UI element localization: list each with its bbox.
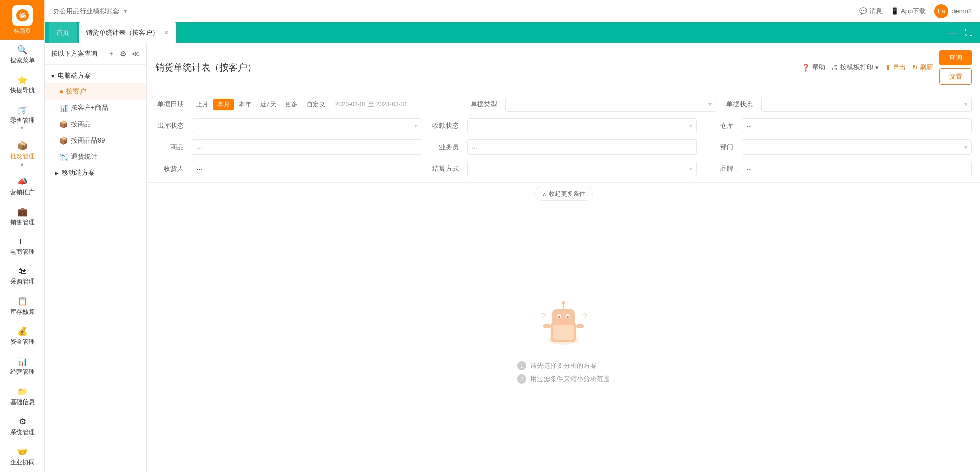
help-button[interactable]: ❓ 帮助 [802, 63, 825, 72]
recipient-label: 收货人 [155, 164, 184, 173]
sidebar-item-purchase[interactable]: 🛍 采购管理 [0, 262, 44, 291]
sidebar-item-basic[interactable]: 📁 基础信息 [0, 382, 44, 412]
out-status-field[interactable]: ▾ [192, 118, 422, 133]
app-download-button[interactable]: 📱 App下载 [891, 7, 926, 16]
sidebar-item-system[interactable]: ⚙ 系统管理 [0, 412, 44, 442]
user-menu[interactable]: Ea demo2 [934, 4, 972, 18]
scheme-edit-button[interactable]: ⚙ [119, 48, 128, 59]
print-button[interactable]: 🖨 按模板打印 ▾ [831, 63, 879, 72]
product-icon: 📦 [59, 120, 68, 128]
doc-status-field[interactable]: ▾ [761, 97, 972, 112]
export-button[interactable]: ⬆ 导出 [885, 63, 906, 72]
product-label: 商品 [155, 143, 184, 152]
settings-button[interactable]: 设置 [939, 68, 972, 85]
sidebar-item-ecommerce[interactable]: 🖥 电商管理 [0, 232, 44, 262]
sidebar-item-inventory[interactable]: 📋 库存核算 [0, 291, 44, 321]
sidebar-item-marketing[interactable]: 📣 营销推广 [0, 172, 44, 202]
payment-method-label: 结算方式 [430, 164, 459, 173]
date-tab-7days[interactable]: 近7天 [256, 99, 280, 110]
tab-sales-stat[interactable]: 销货单统计表（按客户） ✕ [79, 22, 176, 43]
chevron-down-icon[interactable]: ▾ [689, 165, 692, 172]
scheme-item-by-customer-product[interactable]: 📊 按客户+商品 [45, 100, 146, 116]
salesperson-field[interactable]: ··· [467, 139, 697, 155]
sidebar-item-enterprise[interactable]: 🤝 企业协同 [0, 442, 44, 472]
sidebar-item-retail[interactable]: 🛒 零售管理 ▾ [0, 100, 44, 136]
hint-text-1: 请先选择要分析的方案 [530, 361, 597, 370]
logo-icon: 畅 [12, 5, 33, 26]
top-header: 办公用品行业模拟账套 ▾ 💬 消息 📱 App下载 Ea demo2 [45, 0, 980, 22]
sidebar-item-finance[interactable]: 💰 资金管理 [0, 321, 44, 351]
collapse-button[interactable]: ∧ 收起更多条件 [534, 187, 593, 201]
sidebar-item-label: 批发管理 [10, 152, 35, 161]
scheme-item-refund-stat[interactable]: 📉 退货统计 [45, 149, 146, 165]
salesperson-label: 业务员 [430, 143, 459, 152]
date-tab-more[interactable]: 更多 [281, 99, 302, 110]
sidebar-item-quick-nav[interactable]: ⭐ 快捷导航 [0, 70, 44, 100]
refresh-button[interactable]: ↻ 刷新 [912, 63, 933, 72]
ecommerce-icon: 🖥 [18, 237, 27, 246]
chevron-down-icon[interactable]: ▾ [414, 122, 418, 129]
industry-dropdown-icon[interactable]: ▾ [124, 7, 127, 15]
svg-text:?: ? [583, 312, 587, 321]
receipt-status-field[interactable]: ▾ [467, 118, 697, 133]
product-field[interactable]: ··· [192, 139, 422, 155]
doc-type-field[interactable]: ▾ [505, 97, 716, 112]
window-minimize-icon[interactable]: — [945, 28, 960, 37]
date-tab-this-month[interactable]: 本月 [213, 99, 234, 110]
chevron-up-icon: ∧ [542, 191, 547, 198]
sidebar-item-operation[interactable]: 📊 经营管理 [0, 351, 44, 382]
date-tab-this-year[interactable]: 本年 [235, 99, 255, 110]
scheme-group-desktop-header[interactable]: ▾ 电脑端方案 [45, 68, 146, 83]
sidebar-item-label: 经营管理 [10, 368, 35, 376]
chevron-down-icon[interactable]: ▾ [689, 122, 692, 129]
brand-field[interactable]: ··· [742, 161, 972, 176]
recipient-field[interactable]: ··· [192, 161, 422, 176]
filter-row-3: 商品 ··· 业务员 ··· 部门 ▾ [155, 139, 972, 155]
chevron-down-icon[interactable]: ▾ [964, 101, 967, 108]
logo[interactable]: 畅 标题页 [0, 0, 44, 40]
sidebar-item-label: 库存核算 [10, 308, 35, 316]
payment-method-field[interactable]: ▾ [467, 161, 697, 176]
retail-icon: 🛒 [17, 105, 28, 115]
department-field[interactable]: ▾ [742, 139, 972, 155]
scheme-item-by-customer[interactable]: ● 按客户 [45, 83, 146, 100]
chevron-down-icon[interactable]: ▾ [964, 144, 967, 151]
warehouse-dots: ··· [746, 122, 967, 130]
scheme-item-by-product-99[interactable]: 📦 按商品品99 [45, 132, 146, 149]
warehouse-field[interactable]: ··· [742, 118, 972, 133]
chevron-right-icon: ▸ [55, 169, 59, 177]
sidebar-item-wholesale[interactable]: 📦 批发管理 ▴ [0, 136, 44, 172]
hint-num-2: 2 [517, 374, 526, 384]
svg-point-8 [558, 316, 560, 318]
sidebar-item-search[interactable]: 🔍 搜索菜单 [0, 40, 44, 70]
help-icon: ❓ [802, 64, 810, 72]
scheme-collapse-button[interactable]: ≪ [131, 48, 140, 59]
scheme-item-by-product[interactable]: 📦 按商品 [45, 116, 146, 132]
chevron-down-icon[interactable]: ▾ [708, 101, 712, 108]
quick-nav-icon: ⭐ [17, 75, 28, 85]
scheme-group-mobile-header[interactable]: ▸ 移动端方案 [45, 165, 146, 180]
sidebar-item-label: 企业协同 [10, 458, 35, 467]
marketing-icon: 📣 [17, 177, 28, 186]
message-button[interactable]: 💬 消息 [859, 7, 883, 16]
window-maximize-icon[interactable]: ⛶ [962, 28, 976, 37]
tab-home[interactable]: 首页 [49, 22, 77, 43]
scheme-add-button[interactable]: ＋ [107, 48, 116, 59]
date-tab-last-month[interactable]: 上月 [192, 99, 212, 110]
sidebar-item-sales[interactable]: 💼 销售管理 [0, 202, 44, 232]
svg-rect-5 [552, 309, 575, 325]
query-button[interactable]: 查询 [939, 50, 972, 65]
tab-close-icon[interactable]: ✕ [164, 29, 169, 36]
avatar: Ea [934, 4, 948, 18]
sales-icon: 💼 [17, 207, 28, 217]
date-tabs: 上月 本月 本年 近7天 更多 自定义 [192, 99, 329, 110]
receipt-status-label: 收款状态 [430, 121, 459, 130]
hint-text-2: 用过滤条件来缩小分析范围 [530, 374, 610, 384]
date-tab-custom[interactable]: 自定义 [303, 99, 329, 110]
empty-hint-1: 1 请先选择要分析的方案 [517, 361, 610, 370]
svg-text:?: ? [541, 312, 545, 321]
page-header: 销货单统计表（按客户） ❓ 帮助 🖨 按模板打印 ▾ ⬆ 导出 [147, 43, 980, 90]
right-content: 销货单统计表（按客户） ❓ 帮助 🖨 按模板打印 ▾ ⬆ 导出 [147, 43, 980, 472]
print-dropdown-icon: ▾ [875, 64, 879, 72]
chevron-down-icon: ▾ [51, 72, 55, 80]
